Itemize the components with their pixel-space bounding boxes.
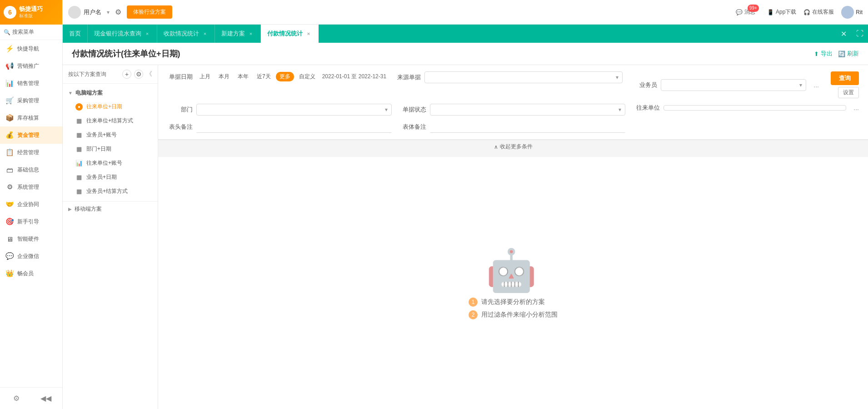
sidebar-item-basic-info[interactable]: 🗃 基础信息 <box>0 161 62 178</box>
topbar-actions: 💬 消息 99+ 📱 App下载 🎧 在线客服 Rit <box>736 6 863 19</box>
tab-receivable-stats-close[interactable]: × <box>202 30 208 37</box>
sidebar-item-hardware[interactable]: 🖥 智能硬件 <box>0 230 62 247</box>
body-note-input[interactable] <box>430 121 625 133</box>
scheme-item-staff-date[interactable]: ▦ 业务员+日期 <box>63 170 158 184</box>
filter-area: 单据日期 上月 本月 本年 近7天 更多 自定义 2022-01-01 至 20… <box>158 65 868 140</box>
sidebar-item-capital[interactable]: 💰 资金管理 <box>0 126 62 144</box>
user-info[interactable]: 用户名 <box>68 6 101 19</box>
brand-info: 畅捷通巧 标准版 <box>19 5 43 19</box>
date-btn-this-year[interactable]: 本年 <box>234 71 252 82</box>
sidebar-item-operation[interactable]: 📋 经营管理 <box>0 144 62 161</box>
desktop-scheme-group: ▼ 电脑端方案 ● 往来单位+日期 ▦ 往来单位+结算方式 ▦ 业务员+账号 <box>63 84 158 201</box>
dept-label: 部门 <box>167 106 193 114</box>
tab-bank-flow-close[interactable]: × <box>144 30 150 37</box>
date-btn-7days[interactable]: 近7天 <box>254 71 274 82</box>
date-btn-this-month[interactable]: 本月 <box>215 71 233 82</box>
topbar-dropdown-btn[interactable]: ▾ <box>107 9 110 15</box>
date-btn-custom[interactable]: 自定义 <box>296 71 319 82</box>
logo-icon: 6 <box>4 6 16 19</box>
topbar-gear-btn[interactable]: ⚙ <box>115 8 121 16</box>
sidebar-item-cooperation[interactable]: 🤝 企业协同 <box>0 196 62 213</box>
hardware-icon: 🖥 <box>5 235 14 243</box>
scheme-item-unit-date[interactable]: ● 往来单位+日期 <box>63 100 158 114</box>
chart-icon: 📊 <box>75 160 83 167</box>
sidebar-item-wechat[interactable]: 💬 企业微信 <box>0 247 62 265</box>
add-scheme-btn[interactable]: + <box>122 70 131 79</box>
tab-receivable-stats[interactable]: 收款情况统计 × <box>157 25 215 43</box>
query-btn[interactable]: 查询 <box>831 71 859 85</box>
scheme-item-unit-account[interactable]: 📊 往来单位+账号 <box>63 156 158 170</box>
page-header: 付款情况统计(往来单位+日期) ⬆ 导出 🔄 刷新 <box>63 43 868 65</box>
sidebar-item-member[interactable]: 👑 畅会员 <box>0 265 62 282</box>
filter-panel: 单据日期 上月 本月 本年 近7天 更多 自定义 2022-01-01 至 20… <box>158 65 868 409</box>
sidebar-collapse-btn[interactable]: ◀◀ <box>33 391 59 405</box>
tab-bank-flow[interactable]: 现金银行流水查询 × <box>88 25 157 43</box>
sidebar-item-label: 智能硬件 <box>17 235 39 243</box>
body-note-label: 表体备注 <box>401 123 426 131</box>
sidebar-item-purchase[interactable]: 🛒 采购管理 <box>0 92 62 109</box>
staff-dots[interactable]: ... <box>813 81 819 89</box>
tab-payment-stats-close[interactable]: × <box>305 30 312 37</box>
scheme-settings-btn[interactable]: ⚙ <box>134 70 143 79</box>
sidebar-item-marketing[interactable]: 📢 营销推广 <box>0 57 62 75</box>
sidebar-item-quick-nav[interactable]: ⚡ 快捷导航 <box>0 40 62 57</box>
purchase-icon: 🛒 <box>5 96 14 105</box>
source-select[interactable]: ▾ <box>424 71 623 83</box>
doc-status-select[interactable]: ▾ <box>430 104 625 116</box>
staff-select[interactable]: ▾ <box>661 79 806 91</box>
scheme-item-dept-date[interactable]: ▦ 部门+日期 <box>63 142 158 156</box>
header-note-input[interactable] <box>196 121 392 133</box>
mobile-group-label: 移动端方案 <box>75 205 102 213</box>
messages-btn[interactable]: 💬 消息 99+ <box>736 8 755 16</box>
tab-home[interactable]: 首页 <box>63 25 88 43</box>
refresh-btn[interactable]: 🔄 刷新 <box>838 50 859 58</box>
scheme-item-icon: ▦ <box>75 188 83 195</box>
filter-row-2: 部门 ▾ 单据状态 ▾ <box>167 104 859 116</box>
scheme-item-staff-account[interactable]: ▦ 业务员+账号 <box>63 128 158 142</box>
message-icon: 💬 <box>736 9 743 15</box>
guide-icon: 🎯 <box>5 217 14 226</box>
app-download-btn[interactable]: 📱 App下载 <box>767 8 796 16</box>
tab-new-scheme[interactable]: 新建方案 × <box>215 25 261 43</box>
export-icon: ⬆ <box>814 50 819 57</box>
scheme-panel-collapse-btn[interactable]: 《 <box>146 70 152 78</box>
collapse-conditions-btn[interactable]: ∧ 收起更多条件 <box>158 140 868 153</box>
sidebar-settings-btn[interactable]: ⚙ <box>4 391 30 405</box>
scheme-item-staff-settlement[interactable]: ▦ 业务员+结算方式 <box>63 184 158 198</box>
tab-fullscreen-btn[interactable]: ⛶ <box>852 25 868 43</box>
topbar-user-right[interactable]: Rit <box>841 6 863 19</box>
tabbar-actions: ✕ ⛶ <box>835 25 868 43</box>
tab-payment-stats[interactable]: 付款情况统计 × <box>261 25 319 43</box>
settings-btn[interactable]: 设置 <box>838 87 859 98</box>
sidebar-item-system[interactable]: ⚙ 系统管理 <box>0 178 62 196</box>
tab-new-scheme-close[interactable]: × <box>248 30 254 37</box>
mobile-group-header[interactable]: ▶ 移动端方案 <box>63 201 158 217</box>
desktop-group-header[interactable]: ▼ 电脑端方案 <box>63 86 158 100</box>
sidebar-item-sales[interactable]: 📊 销售管理 <box>0 75 62 92</box>
date-btn-last-month[interactable]: 上月 <box>196 71 214 82</box>
scheme-item-unit-settlement[interactable]: ▦ 往来单位+结算方式 <box>63 114 158 128</box>
online-service-btn[interactable]: 🎧 在线客服 <box>803 8 834 16</box>
sidebar-item-guide[interactable]: 🎯 新手引导 <box>0 213 62 230</box>
partner-select[interactable] <box>663 105 846 111</box>
trial-btn[interactable]: 体验行业方案 <box>127 5 172 19</box>
sidebar-item-label: 基础信息 <box>17 166 39 174</box>
doc-status-select-arrow: ▾ <box>619 106 621 113</box>
partner-dots[interactable]: ... <box>853 104 859 111</box>
export-btn[interactable]: ⬆ 导出 <box>814 50 833 58</box>
sales-icon: 📊 <box>5 79 14 87</box>
dept-select-arrow: ▾ <box>385 106 388 113</box>
scheme-item-unit-account-label: 往来单位+账号 <box>86 159 122 167</box>
sidebar-item-label: 资金管理 <box>17 131 39 139</box>
search-menu[interactable]: 🔍 搜索菜单 <box>0 25 62 40</box>
brand-sub: 标准版 <box>19 13 43 19</box>
topbar-username-right: Rit <box>856 9 863 15</box>
filter-dept-item: 部门 ▾ <box>167 104 392 116</box>
tab-close-all-btn[interactable]: ✕ <box>835 25 852 43</box>
dept-select[interactable]: ▾ <box>196 104 392 116</box>
sidebar-item-inventory[interactable]: 📦 库存核算 <box>0 109 62 126</box>
date-btn-more[interactable]: 更多 <box>276 72 294 81</box>
cooperation-icon: 🤝 <box>5 200 14 208</box>
scheme-panel-header: 按以下方案查询 + ⚙ 《 <box>63 65 158 84</box>
scheme-item-unit-date-label: 往来单位+日期 <box>86 103 122 111</box>
